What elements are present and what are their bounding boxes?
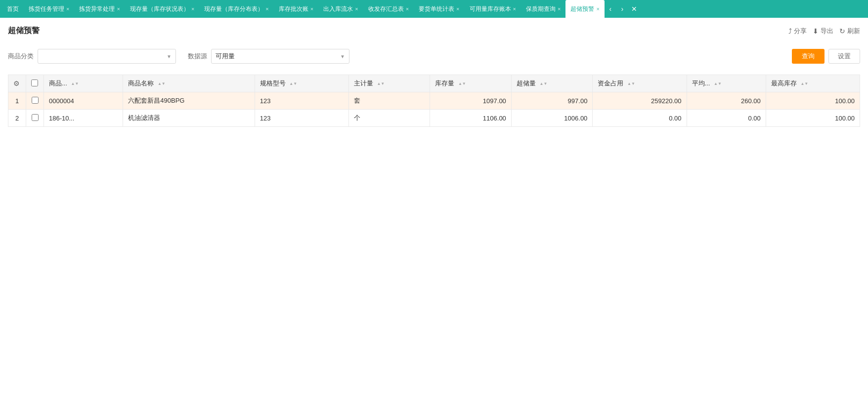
row-checkbox-cell bbox=[26, 92, 44, 110]
share-button[interactable]: ⤴ 分享 bbox=[788, 27, 807, 36]
unit-sort-icon: ▲▼ bbox=[377, 81, 385, 86]
nav-stock-dist[interactable]: 现存量（库存分布表） × bbox=[199, 0, 273, 18]
row-stock: 1106.00 bbox=[430, 110, 512, 127]
row-overflow: 1006.00 bbox=[511, 110, 593, 127]
filter-actions: 查询 设置 bbox=[792, 49, 860, 64]
capital-sort-icon: ▲▼ bbox=[627, 81, 635, 86]
code-sort-icon: ▲▼ bbox=[71, 81, 79, 86]
name-sort-icon: ▲▼ bbox=[158, 81, 166, 86]
spec-column-header[interactable]: 规格型号 ▲▼ bbox=[255, 75, 348, 92]
stock-column-header[interactable]: 库存量 ▲▼ bbox=[430, 75, 512, 92]
datasource-chevron-icon: ▼ bbox=[340, 54, 345, 59]
nav-prev-arrow[interactable]: ‹ bbox=[605, 0, 616, 18]
nav-close-available-stock[interactable]: × bbox=[513, 6, 516, 12]
row-maxstock: 100.00 bbox=[766, 92, 860, 110]
row-name: 机油滤清器 bbox=[123, 110, 255, 127]
row-code: 186-10... bbox=[44, 110, 123, 127]
top-navigation: 首页 拣货任务管理 × 拣货异常处理 × 现存量（库存状况表） × 现存量（库存… bbox=[0, 0, 868, 18]
refresh-button[interactable]: ↻ 刷新 bbox=[839, 27, 860, 36]
nav-close-stock-status[interactable]: × bbox=[191, 6, 194, 12]
nav-inout-flow[interactable]: 出入库流水 × bbox=[318, 0, 363, 18]
row-number: 2 bbox=[8, 110, 26, 127]
nav-available-stock[interactable]: 可用量库存账本 × bbox=[465, 0, 521, 18]
nav-pick-exception[interactable]: 拣货异常处理 × bbox=[74, 0, 125, 18]
row-avg: 0.00 bbox=[687, 110, 766, 127]
maxstock-sort-icon: ▲▼ bbox=[800, 81, 808, 86]
row-checkbox-cell bbox=[26, 110, 44, 127]
gear-icon[interactable]: ⚙ bbox=[13, 79, 20, 87]
nav-shelf-life[interactable]: 保质期查询 × bbox=[521, 0, 565, 18]
overflow-sort-icon: ▲▼ bbox=[539, 81, 547, 86]
unit-column-header[interactable]: 主计量 ▲▼ bbox=[348, 75, 430, 92]
settings-column-header[interactable]: ⚙ bbox=[8, 75, 26, 92]
settings-button[interactable]: 设置 bbox=[828, 49, 860, 64]
row-spec: 123 bbox=[255, 110, 348, 127]
export-button[interactable]: ⬇ 导出 bbox=[813, 27, 833, 36]
spec-sort-icon: ▲▼ bbox=[289, 81, 297, 86]
nav-close-overstock[interactable]: × bbox=[596, 6, 599, 12]
nav-overstock-warning[interactable]: 超储预警 × bbox=[565, 0, 604, 18]
nav-close-arrow[interactable]: ✕ bbox=[628, 0, 640, 18]
data-table: ⚙ 商品... ▲▼ 商品名称 ▲▼ 规格型号 ▲▼ 主计 bbox=[8, 75, 860, 127]
row-code: 0000004 bbox=[44, 92, 123, 110]
category-select[interactable]: ▼ bbox=[38, 49, 176, 64]
nav-close-batch-account[interactable]: × bbox=[310, 6, 313, 12]
category-label: 商品分类 bbox=[8, 52, 34, 61]
row-capital: 259220.00 bbox=[593, 92, 687, 110]
nav-collect-summary[interactable]: 收发存汇总表 × bbox=[363, 0, 414, 18]
nav-close-shelf-life[interactable]: × bbox=[558, 6, 561, 12]
nav-close-pick-task[interactable]: × bbox=[66, 6, 69, 12]
name-column-header[interactable]: 商品名称 ▲▼ bbox=[123, 75, 255, 92]
nav-batch-account[interactable]: 库存批次账 × bbox=[274, 0, 318, 18]
row-maxstock: 100.00 bbox=[766, 110, 860, 127]
datasource-select[interactable]: 可用量 ▼ bbox=[211, 49, 349, 64]
code-column-header[interactable]: 商品... ▲▼ bbox=[44, 75, 123, 92]
refresh-icon: ↻ bbox=[839, 27, 845, 35]
datasource-filter: 数据源 可用量 ▼ bbox=[188, 49, 349, 64]
maxstock-column-header[interactable]: 最高库存 ▲▼ bbox=[766, 75, 860, 92]
page-title: 超储预警 bbox=[8, 26, 40, 36]
table-row: 2 186-10... 机油滤清器 123 个 1106.00 1006.00 … bbox=[8, 110, 860, 127]
table-header-row: ⚙ 商品... ▲▼ 商品名称 ▲▼ 规格型号 ▲▼ 主计 bbox=[8, 75, 860, 92]
nav-next-arrow[interactable]: › bbox=[616, 0, 628, 18]
avg-column-header[interactable]: 平均... ▲▼ bbox=[687, 75, 766, 92]
nav-close-collect-summary[interactable]: × bbox=[406, 6, 409, 12]
export-icon: ⬇ bbox=[813, 27, 819, 35]
header-actions: ⤴ 分享 ⬇ 导出 ↻ 刷新 bbox=[788, 27, 860, 36]
row-overflow: 997.00 bbox=[511, 92, 593, 110]
nav-order-stats[interactable]: 要货单统计表 × bbox=[414, 0, 464, 18]
select-all-checkbox[interactable] bbox=[31, 79, 38, 86]
nav-close-stock-dist[interactable]: × bbox=[265, 6, 268, 12]
category-chevron-icon: ▼ bbox=[167, 54, 172, 59]
datasource-value: 可用量 bbox=[216, 52, 235, 61]
row-name: 六配套新昌490BPG bbox=[123, 92, 255, 110]
main-content: 超储预警 ⤴ 分享 ⬇ 导出 ↻ 刷新 商品分类 ▼ 数据源 bbox=[0, 18, 868, 395]
table-row: 1 0000004 六配套新昌490BPG 123 套 1097.00 997.… bbox=[8, 92, 860, 110]
overflow-column-header[interactable]: 超储量 ▲▼ bbox=[511, 75, 593, 92]
row-number: 1 bbox=[8, 92, 26, 110]
row-unit: 个 bbox=[348, 110, 430, 127]
filter-row: 商品分类 ▼ 数据源 可用量 ▼ 查询 设置 bbox=[8, 44, 860, 69]
nav-home[interactable]: 首页 bbox=[2, 0, 24, 18]
row-checkbox-1[interactable] bbox=[32, 114, 39, 121]
query-button[interactable]: 查询 bbox=[792, 49, 825, 64]
row-checkbox-0[interactable] bbox=[32, 97, 39, 104]
share-icon: ⤴ bbox=[788, 27, 792, 35]
avg-sort-icon: ▲▼ bbox=[714, 81, 722, 86]
category-filter: 商品分类 ▼ bbox=[8, 49, 176, 64]
nav-stock-status[interactable]: 现存量（库存状况表） × bbox=[125, 0, 199, 18]
row-unit: 套 bbox=[348, 92, 430, 110]
row-capital: 0.00 bbox=[593, 110, 687, 127]
nav-pick-task[interactable]: 拣货任务管理 × bbox=[24, 0, 74, 18]
nav-close-inout-flow[interactable]: × bbox=[355, 6, 358, 12]
row-avg: 260.00 bbox=[687, 92, 766, 110]
row-spec: 123 bbox=[255, 92, 348, 110]
row-stock: 1097.00 bbox=[430, 92, 512, 110]
page-header: 超储预警 ⤴ 分享 ⬇ 导出 ↻ 刷新 bbox=[8, 26, 860, 36]
stock-sort-icon: ▲▼ bbox=[458, 81, 466, 86]
datasource-label: 数据源 bbox=[188, 52, 207, 61]
checkbox-column-header bbox=[26, 75, 44, 92]
nav-close-order-stats[interactable]: × bbox=[456, 6, 459, 12]
nav-close-pick-exception[interactable]: × bbox=[117, 6, 120, 12]
capital-column-header[interactable]: 资金占用 ▲▼ bbox=[593, 75, 687, 92]
